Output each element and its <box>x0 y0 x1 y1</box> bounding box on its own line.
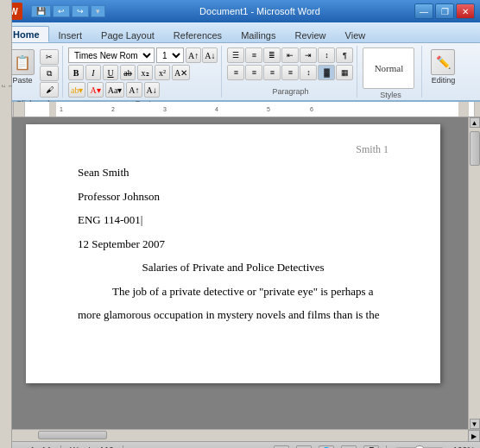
window-title: Document1 - Microsoft Word <box>105 6 414 16</box>
decrease-indent-button[interactable]: ⇤ <box>281 47 299 63</box>
doc-title: Salaries of Private and Police Detective… <box>78 259 388 276</box>
status-bar: Page: 1 of 1 Words: 110 ✓ ▦ ⊡ 🌐 ≡ ≣ 100% <box>0 441 480 448</box>
paste-icon: 📋 <box>10 49 35 75</box>
border-button[interactable]: ▦ <box>336 65 353 80</box>
horizontal-scrollbar-area: ◀ ▶ <box>0 429 480 441</box>
horizontal-scroll-thumb[interactable] <box>38 431 107 439</box>
format-painter-button[interactable]: 🖌 <box>40 82 59 98</box>
paragraph-label: Paragraph <box>272 87 308 96</box>
scroll-thumb[interactable] <box>470 131 480 166</box>
sort-button[interactable]: ↕ <box>318 47 335 63</box>
font-upper-button[interactable]: A↑ <box>126 82 142 98</box>
bold-button[interactable]: B <box>68 65 84 80</box>
professor-name: Professor Johnson <box>78 188 388 205</box>
status-divider-3 <box>386 445 387 449</box>
align-right-button[interactable]: ≡ <box>263 65 281 80</box>
styles-gallery[interactable]: Normal <box>363 47 414 89</box>
save-quick-btn[interactable]: 💾 <box>31 5 51 17</box>
zoom-thumb[interactable] <box>414 445 426 449</box>
paragraph-1: The job of a private detective or "priva… <box>78 283 388 300</box>
editing-group: ✏️ Editing <box>424 46 462 98</box>
subscript-button[interactable]: x₂ <box>137 65 153 80</box>
font-increase-button[interactable]: A↑ <box>186 47 201 63</box>
align-left-button[interactable]: ≡ <box>227 65 244 80</box>
copy-button[interactable]: ⧉ <box>40 66 59 81</box>
doc-date: 12 September 2007 <box>78 236 388 253</box>
paragraph-2: more glamorous occupation in mystery nov… <box>78 306 388 324</box>
status-divider-1 <box>60 445 61 449</box>
page-scroll-area[interactable]: Smith 1 Sean Smith Professor Johnson ENG… <box>0 117 468 429</box>
status-divider-2 <box>123 445 123 449</box>
undo-quick-btn[interactable]: ↩ <box>53 5 70 17</box>
justify-button[interactable]: ≡ <box>281 65 299 80</box>
align-center-button[interactable]: ≡ <box>245 65 262 80</box>
cut-button[interactable]: ✂ <box>40 49 59 65</box>
tab-references[interactable]: References <box>164 27 231 42</box>
tab-view[interactable]: View <box>336 27 376 42</box>
styles-group: Normal Styles <box>359 46 422 98</box>
status-right: ▦ ⊡ 🌐 ≡ ≣ 100% <box>274 445 475 449</box>
document-area: 1 2 Smith 1 Sean Smith Professor Johnson… <box>0 117 480 429</box>
status-left: Page: 1 of 1 Words: 110 ✓ <box>5 445 139 449</box>
editing-label: Editing <box>432 76 456 85</box>
minimize-button[interactable]: — <box>414 3 433 19</box>
shading-button[interactable]: ▓ <box>318 65 335 80</box>
course-code: ENG 114-001| <box>78 211 388 229</box>
horizontal-scrollbar-track[interactable] <box>12 430 468 441</box>
font-size-grow[interactable]: Aa▾ <box>105 82 125 98</box>
clipboard-small-buttons: ✂ ⧉ 🖌 <box>40 49 59 98</box>
bullet-list-button[interactable]: ☰ <box>227 47 244 63</box>
ruler: 1 2 3 4 5 6 <box>0 102 480 117</box>
tab-insert[interactable]: Insert <box>49 27 92 42</box>
font-color-button[interactable]: A▾ <box>87 82 103 98</box>
tab-mailings[interactable]: Mailings <box>231 27 285 42</box>
clear-format-button[interactable]: A✕ <box>172 65 190 80</box>
close-button[interactable]: ✕ <box>456 3 475 19</box>
tab-review[interactable]: Review <box>285 27 335 42</box>
italic-button[interactable]: I <box>85 65 101 80</box>
window-controls[interactable]: — ❐ ✕ <box>414 3 475 19</box>
font-name-select[interactable]: Times New Roman Arial Calibri <box>68 47 155 63</box>
author-name: Sean Smith <box>78 164 388 181</box>
redo-quick-btn[interactable]: ↪ <box>72 5 89 17</box>
scroll-down-button[interactable]: ▼ <box>470 419 480 429</box>
show-para-button[interactable]: ¶ <box>336 47 353 63</box>
font-size-select[interactable]: 12 11 14 <box>156 47 184 63</box>
font-group: Times New Roman Arial Calibri 12 11 14 A… <box>65 46 222 98</box>
print-layout-btn[interactable]: ▦ <box>274 445 289 449</box>
numbered-list-button[interactable]: ≡ <box>245 47 262 63</box>
styles-label: Styles <box>380 91 401 99</box>
draft-btn[interactable]: ≣ <box>363 445 379 449</box>
ruler-bg: 1 2 3 4 5 6 <box>24 102 475 117</box>
superscript-button[interactable]: x² <box>155 65 170 80</box>
page-number: Smith 1 <box>78 142 388 157</box>
full-screen-btn[interactable]: ⊡ <box>296 445 312 449</box>
paragraph-group: ☰ ≡ ≣ ⇤ ⇥ ↕ ¶ ≡ ≡ ≡ ≡ ↕ ▓ ▦ <box>224 46 357 98</box>
ribbon-tabs: Home Insert Page Layout References Maili… <box>0 22 480 43</box>
restore-button[interactable]: ❐ <box>435 3 454 19</box>
font-lower-button[interactable]: A↓ <box>144 82 160 98</box>
editing-icon: ✏️ <box>431 49 455 75</box>
ribbon: 📋 Paste ✂ ⧉ 🖌 Clipboard Times New Roman … <box>0 43 480 102</box>
font-decrease-button[interactable]: A↓ <box>202 47 218 63</box>
highlight-button[interactable]: ab▾ <box>68 82 85 98</box>
outline-btn[interactable]: ≡ <box>341 445 357 449</box>
scroll-right-button[interactable]: ▶ <box>468 430 480 442</box>
multilevel-list-button[interactable]: ≣ <box>263 47 281 63</box>
title-bar: W 💾 ↩ ↪ ▾ Document1 - Microsoft Word — ❐… <box>0 0 480 22</box>
line-spacing-button[interactable]: ↕ <box>300 65 317 80</box>
web-layout-btn[interactable]: 🌐 <box>319 445 334 449</box>
editing-button[interactable]: ✏️ Editing <box>427 47 458 86</box>
paragraph-controls: ☰ ≡ ≣ ⇤ ⇥ ↕ ¶ ≡ ≡ ≡ ≡ ↕ ▓ ▦ <box>227 47 353 80</box>
quick-access[interactable]: 💾 ↩ ↪ ▾ <box>31 5 105 17</box>
document-page: Smith 1 Sean Smith Professor Johnson ENG… <box>26 124 440 383</box>
vertical-scrollbar[interactable]: ▲ ▼ <box>468 117 480 429</box>
underline-button[interactable]: U <box>103 65 118 80</box>
scroll-up-button[interactable]: ▲ <box>470 117 480 128</box>
paste-label: Paste <box>12 76 32 85</box>
font-controls: Times New Roman Arial Calibri 12 11 14 A… <box>68 47 218 98</box>
strikethrough-button[interactable]: ab <box>120 65 136 80</box>
increase-indent-button[interactable]: ⇥ <box>300 47 317 63</box>
tab-page-layout[interactable]: Page Layout <box>92 27 164 42</box>
vertical-ruler: 1 2 <box>0 0 12 448</box>
